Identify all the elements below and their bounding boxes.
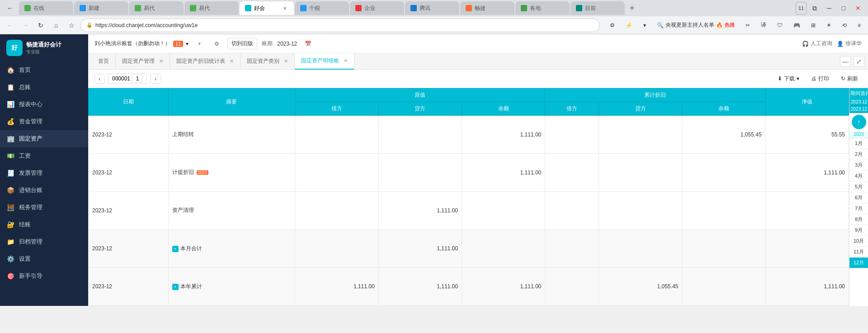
browser-tab-yidai2[interactable]: 易代 <box>184 1 239 15</box>
shield-btn[interactable]: 🛡 <box>774 19 786 32</box>
sidebar-item-purchase[interactable]: 📦 进销台账 <box>0 182 88 199</box>
period-header-label: 期间选择 <box>850 90 868 96</box>
history-btn[interactable]: ⟲ <box>839 19 850 32</box>
logo-icon: 好 <box>6 40 23 56</box>
browser-tab-new[interactable]: 新建 <box>74 1 128 15</box>
period-month-7[interactable]: 7月 <box>849 203 868 214</box>
browser-tab-geshui[interactable]: 个税 <box>295 1 349 15</box>
browser-tab-tengxun[interactable]: 腾讯 <box>405 1 459 15</box>
maximize-btn[interactable]: □ <box>837 2 850 14</box>
page-tabs: 首页 固定资产管理 ✕ 固定资产折旧统计表 ✕ 固定资产类别 ✕ 固定资产明细账… <box>88 53 868 70</box>
browser-home-btn[interactable]: ⌂ <box>50 19 62 32</box>
tab-favicon <box>355 5 362 11</box>
user-area[interactable]: 👤 徐译华 <box>837 40 862 47</box>
sidebar-item-closing[interactable]: 🔐 结账 <box>0 216 88 233</box>
print-btn[interactable]: 🖨 打印 <box>807 74 833 84</box>
tab-count-badge[interactable]: 11 <box>796 2 807 14</box>
sidebar-item-fund[interactable]: 💰 资金管理 <box>0 113 88 130</box>
sidebar-item-ledger[interactable]: 📋 总账 <box>0 79 88 96</box>
page-num-box[interactable]: 1 <box>132 75 143 83</box>
search-box[interactable]: 🔍 央视更新主持人名单 🔥 热搜 <box>653 19 738 32</box>
prev-account-btn[interactable]: ‹ <box>94 74 104 84</box>
browser-lightning-btn[interactable]: ⚡ <box>622 19 636 32</box>
browser-tab-muqian[interactable]: 目前 <box>571 1 625 15</box>
sidebar-item-guide[interactable]: 🎯 新手引导 <box>0 267 88 285</box>
switch-version-btn[interactable]: 切到旧版 <box>227 38 257 49</box>
next-account-btn[interactable]: › <box>151 74 160 84</box>
grid-btn[interactable]: ⊞ <box>807 19 819 32</box>
period-month-11[interactable]: 11月 <box>849 247 868 258</box>
tab-favicon <box>466 5 472 11</box>
close-window-btn[interactable]: ✕ <box>852 2 864 14</box>
page-tab-asset-ledger[interactable]: 固定资产明细账 ✕ <box>295 53 354 70</box>
tab-label: 新建 <box>89 5 123 12</box>
menu-btn[interactable]: ≡ <box>854 19 864 32</box>
browser-tab-haokuai[interactable]: 好会 ✕ <box>240 1 294 15</box>
game-btn[interactable]: 🎮 <box>790 19 804 32</box>
browser-refresh-btn[interactable]: ↻ <box>34 19 47 32</box>
period-month-1[interactable]: 1月 <box>849 138 868 149</box>
period-month-5[interactable]: 5月 <box>849 182 868 192</box>
minimize-btn[interactable]: ─ <box>823 2 835 14</box>
tab-close-depreciation-table[interactable]: ✕ <box>230 58 234 64</box>
browser-bookmark-btn[interactable]: ☆ <box>65 19 78 32</box>
table-cell-summary: +本年累计 <box>168 267 295 305</box>
sidebar-item-tax[interactable]: 🧮 税务管理 <box>0 199 88 216</box>
period-month-10[interactable]: 10月 <box>849 236 868 247</box>
browser-tab-changjie[interactable]: 畅捷 <box>460 1 514 15</box>
period-month-9[interactable]: 9月 <box>849 225 868 236</box>
main-content: 刘小艳演示账套（勿删勿动！） 11 ▾ + ⚙ 切到旧版 账期 2023-12 … <box>88 34 868 306</box>
page-tab-asset-category[interactable]: 固定资产类别 ✕ <box>241 53 295 70</box>
browser-settings-btn[interactable]: ⚙ <box>606 19 618 32</box>
calendar-icon[interactable]: 📅 <box>302 38 314 50</box>
company-selector[interactable]: 刘小艳演示账套（勿删勿动！） 11 ▾ <box>94 40 189 47</box>
tab-close-asset-category[interactable]: ✕ <box>284 58 288 64</box>
new-tab-button[interactable]: + <box>626 2 638 14</box>
scroll-top-btn[interactable]: ↑ <box>852 115 866 129</box>
tab-close-asset-ledger[interactable]: ✕ <box>344 58 348 64</box>
browser-dropdown-btn[interactable]: ▾ <box>640 19 650 32</box>
tab-close-btn[interactable]: ✕ <box>281 5 288 12</box>
period-month-8[interactable]: 8月 <box>849 214 868 225</box>
period-month-2[interactable]: 2月 <box>849 149 868 160</box>
browser-tab-gedi[interactable]: 各地 <box>515 1 570 15</box>
tab-expand-btn[interactable]: ⤢ <box>854 56 864 67</box>
sidebar-item-invoice[interactable]: 🧾 发票管理 <box>0 164 88 182</box>
period-month-3[interactable]: 3月 <box>849 160 868 171</box>
hot-tag: 🔥 <box>716 22 723 28</box>
browser-tab-online[interactable]: 在线 <box>19 1 73 15</box>
sidebar-item-salary[interactable]: 💵 工资 <box>0 147 88 164</box>
ssl-icon: 🔒 <box>86 22 93 28</box>
refresh-btn[interactable]: ↻ 刷新 <box>837 74 862 84</box>
browser-tab-yidai1[interactable]: 易代 <box>129 1 184 15</box>
page-tab-home[interactable]: 首页 <box>92 53 116 70</box>
period-month-4[interactable]: 4月 <box>849 171 868 182</box>
page-tab-depreciation-table[interactable]: 固定资产折旧统计表 ✕ <box>170 53 241 70</box>
tab-label-home: 首页 <box>98 57 109 65</box>
tax-icon: 🧮 <box>6 203 14 211</box>
back-button[interactable]: ← <box>4 2 16 14</box>
tab-minimize-btn[interactable]: — <box>840 56 851 67</box>
settings-icon[interactable]: ⚙ <box>210 38 223 50</box>
period-month-12[interactable]: 12月 <box>849 258 868 268</box>
sidebar-item-settings[interactable]: ⚙️ 设置 <box>0 250 88 267</box>
translate-btn[interactable]: 译 <box>757 19 770 32</box>
scissors-btn[interactable]: ✂ <box>742 19 754 32</box>
tab-close-fixed-assets-mgmt[interactable]: ✕ <box>159 58 163 64</box>
sidebar-item-home[interactable]: 🏠 首页 <box>0 61 88 79</box>
page-tab-fixed-assets-mgmt[interactable]: 固定资产管理 ✕ <box>116 53 170 70</box>
sidebar-item-archive[interactable]: 📁 归档管理 <box>0 233 88 250</box>
sidebar-item-fixed-assets[interactable]: 🏢 固定资产 <box>0 130 88 147</box>
browser-forward-btn[interactable]: → <box>19 19 32 32</box>
theme-btn[interactable]: ☀ <box>823 19 835 32</box>
add-company-btn[interactable]: + <box>193 38 206 50</box>
browser-back-btn[interactable]: ← <box>4 19 16 32</box>
browser-tab-qiye[interactable]: 企业 <box>350 1 404 15</box>
address-box[interactable]: 🔒 https://cloud.chanjet.com/accounting/u… <box>80 19 600 32</box>
sidebar-item-report[interactable]: 📊 报表中心 <box>0 96 88 113</box>
ai-consult-btn[interactable]: 🎧 人工咨询 <box>802 40 832 47</box>
download-btn[interactable]: ⬇ 下载 ▾ <box>774 74 803 84</box>
table-cell-dep-debit <box>545 192 599 230</box>
period-month-6[interactable]: 6月 <box>849 192 868 203</box>
restore-window-btn[interactable]: ⧉ <box>808 2 821 14</box>
